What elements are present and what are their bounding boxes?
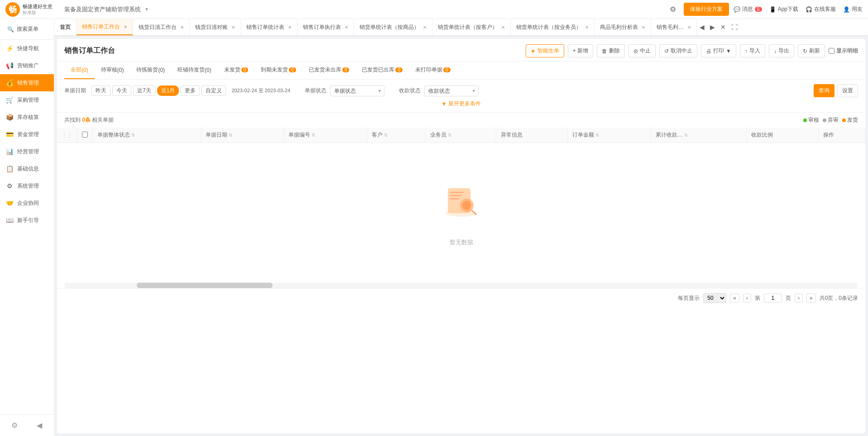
- subtab-pending-review[interactable]: 待审核(0): [95, 62, 130, 79]
- sort-amount[interactable]: 订单金额 ⇅: [572, 131, 599, 139]
- sidebar-item-finance[interactable]: 💳 资金管理: [0, 126, 54, 143]
- app-download-btn[interactable]: 📱 App下载: [769, 5, 798, 13]
- pagination-next[interactable]: ›: [795, 294, 803, 303]
- print-button[interactable]: 🖨 打印 ▼: [701, 44, 736, 57]
- online-service-btn[interactable]: 🎧 在线客服: [806, 5, 836, 13]
- sidebar-item-sales[interactable]: 💰 销售管理: [0, 74, 54, 91]
- tab-close-icon-9[interactable]: ✕: [642, 25, 645, 30]
- date-btn-today[interactable]: 今天: [112, 85, 131, 96]
- payment-select[interactable]: 收款状态: [424, 85, 479, 96]
- add-button[interactable]: + 新增: [568, 44, 593, 57]
- search-menu-btn[interactable]: 🔍 搜索菜单: [4, 23, 50, 36]
- tab-close-all[interactable]: ✕: [718, 19, 729, 35]
- pagination-prev[interactable]: ‹: [743, 294, 751, 303]
- sidebar-item-enterprise[interactable]: 🤝 企业协同: [0, 194, 54, 212]
- tab-sales-order[interactable]: 销售订单工作台 ✕: [77, 19, 133, 35]
- message-btn[interactable]: 💬 消息 6: [734, 5, 762, 13]
- smart-create-button[interactable]: ★ 智能生单: [526, 44, 564, 57]
- subtab-unprinted[interactable]: 未打印单据 0: [409, 62, 457, 79]
- subtab-all[interactable]: 全部(0): [64, 62, 95, 79]
- pagination-last[interactable]: »: [806, 294, 816, 303]
- refresh-button[interactable]: ↻ 刷新: [798, 44, 825, 57]
- cancel-stop-button[interactable]: ↺ 取消中止: [659, 44, 697, 57]
- user-btn[interactable]: 👤 用友: [843, 5, 863, 13]
- sidebar-item-system[interactable]: ⚙ 系统管理: [0, 177, 54, 194]
- tab-sales-margin[interactable]: 销售毛利… ✕: [651, 19, 697, 35]
- subtab-wangpu[interactable]: 旺铺待发货(0): [171, 62, 218, 79]
- sidebar-bottom: ⚙ ◀: [0, 414, 54, 436]
- select-all-checkbox[interactable]: [82, 132, 88, 137]
- sort-customer[interactable]: 客户 ⇅: [372, 131, 388, 139]
- refresh-icon: ↻: [803, 48, 807, 54]
- svg-rect-3: [450, 195, 461, 196]
- tab-close-icon-7[interactable]: ✕: [501, 25, 505, 30]
- sort-date[interactable]: 单据日期 ⇅: [206, 131, 232, 139]
- sidebar-item-purchase[interactable]: 🛒 采购管理: [0, 91, 54, 109]
- tab-sales-stats[interactable]: 销售订单统计表 ✕: [241, 19, 297, 35]
- import-button[interactable]: ↑ 导入: [740, 44, 765, 57]
- subtab-shipped-out[interactable]: 已发货已出库 0: [355, 62, 409, 79]
- tab-reconcile[interactable]: 钱货日清对账 ✕: [190, 19, 241, 35]
- date-btn-custom[interactable]: 自定义: [201, 85, 226, 96]
- tab-close-icon-2[interactable]: ✕: [180, 25, 184, 30]
- subtab-overdue-unshipped[interactable]: 到期未发货 0: [254, 62, 302, 79]
- enterprise-icon: 🤝: [5, 199, 14, 207]
- sidebar-item-basic-info[interactable]: 📋 基础信息: [0, 160, 54, 177]
- trial-button[interactable]: 体验行业方案: [684, 3, 729, 16]
- tab-sales-customer[interactable]: 销货单统计表（按客户） ✕: [432, 19, 511, 35]
- stop-button[interactable]: ⊘ 中止: [628, 44, 656, 57]
- horizontal-scrollbar[interactable]: [64, 283, 858, 288]
- tab-daily-clear[interactable]: 钱货日清工作台 ✕: [133, 19, 190, 35]
- tab-home[interactable]: 首页: [54, 19, 77, 35]
- date-btn-1month[interactable]: 近1月: [157, 85, 179, 96]
- export-button[interactable]: ↓ 导出: [769, 44, 794, 57]
- date-btn-7days[interactable]: 近7天: [133, 85, 155, 96]
- subtab-shipped-not-out[interactable]: 已发货未出库 0: [302, 62, 356, 79]
- scroll-thumb[interactable]: [137, 283, 273, 288]
- tab-close-icon-6[interactable]: ✕: [423, 25, 427, 30]
- tab-fullscreen[interactable]: ⛶: [729, 19, 740, 35]
- sort-cumulative[interactable]: 累计收款… ⇅: [656, 131, 688, 139]
- sort-salesperson[interactable]: 业务员 ⇅: [430, 131, 451, 139]
- tab-close-icon[interactable]: ✕: [124, 24, 127, 29]
- sort-status[interactable]: 单据整体状态 ⇅: [97, 131, 135, 139]
- tab-gross-profit[interactable]: 商品毛利分析表 ✕: [595, 19, 651, 35]
- sidebar-item-quicknav[interactable]: ⚡ 快捷导航: [0, 40, 54, 57]
- tab-close-icon-4[interactable]: ✕: [288, 25, 292, 30]
- date-btn-more[interactable]: 更多: [181, 85, 200, 96]
- show-detail-label[interactable]: 显示明细: [829, 47, 858, 55]
- pagination-first[interactable]: «: [730, 294, 739, 303]
- status-select[interactable]: 单据状态: [330, 85, 384, 96]
- tab-sales-staff[interactable]: 销货单统计表（按业务员） ✕: [511, 19, 595, 35]
- tab-close-icon-5[interactable]: ✕: [345, 25, 348, 30]
- show-detail-checkbox[interactable]: [829, 48, 834, 54]
- sidebar-settings-btn[interactable]: ⚙: [4, 418, 25, 432]
- tab-close-icon-8[interactable]: ✕: [585, 25, 589, 30]
- settings-icon[interactable]: ⚙: [667, 3, 679, 16]
- sidebar-item-newbie[interactable]: 📖 新手引导: [0, 212, 54, 229]
- date-btn-yesterday[interactable]: 昨天: [91, 85, 110, 96]
- tab-close-icon-3[interactable]: ✕: [231, 25, 235, 30]
- system-dropdown-arrow[interactable]: ▼: [144, 7, 149, 12]
- per-page-select[interactable]: 50 10 20 100: [703, 293, 726, 303]
- query-button[interactable]: 查询: [814, 84, 834, 97]
- filter-settings-button[interactable]: 设置: [837, 84, 858, 97]
- tab-sales-exec[interactable]: 销售订单执行表 ✕: [297, 19, 354, 35]
- tab-nav-prev[interactable]: ◀: [697, 19, 707, 35]
- expand-more-btn[interactable]: ▼ 展开更多条件: [64, 100, 858, 108]
- audit-btn[interactable]: 审核: [803, 116, 819, 124]
- sidebar-item-inventory[interactable]: 📦 库存核算: [0, 109, 54, 126]
- sidebar-collapse-btn[interactable]: ◀: [29, 418, 51, 432]
- tab-nav-next[interactable]: ▶: [707, 19, 718, 35]
- sort-number[interactable]: 单据编号 ⇅: [288, 131, 315, 139]
- tab-sales-goods[interactable]: 销货单统计表（按商品） ✕: [354, 19, 432, 35]
- subtab-unshipped[interactable]: 未发货 0: [218, 62, 255, 79]
- delete-button[interactable]: 🗑 删除: [597, 44, 625, 57]
- tab-close-icon-10[interactable]: ✕: [687, 25, 691, 30]
- sidebar-item-marketing[interactable]: 📢 营销推广: [0, 57, 54, 74]
- ship-btn[interactable]: 发货: [842, 116, 858, 124]
- page-input[interactable]: [764, 294, 782, 303]
- sidebar-item-operations[interactable]: 📊 经营管理: [0, 143, 54, 160]
- cancel-audit-btn[interactable]: 弃审: [823, 116, 839, 124]
- subtab-pending-check[interactable]: 待拣验货(0): [130, 62, 171, 79]
